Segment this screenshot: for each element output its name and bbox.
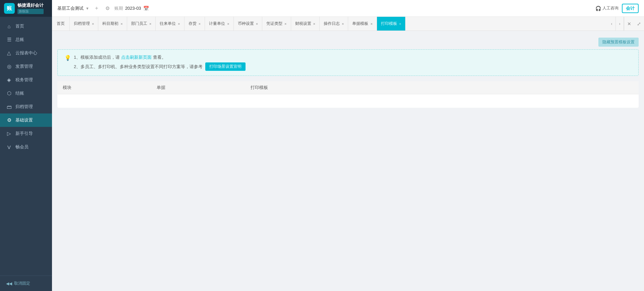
sidebar-item-home[interactable]: ⌂ 首页 [0, 19, 52, 33]
tab-currency-label: 币种设置 [238, 21, 254, 27]
tab-taxsettings-close[interactable]: × [313, 22, 315, 26]
tab-oplog[interactable]: 操作日志 × [320, 17, 348, 31]
tab-close-all[interactable]: ✕ [624, 17, 634, 31]
company-settings-icon[interactable]: ⚙ [104, 5, 111, 11]
tab-printtemplate[interactable]: 打印模板 × [377, 17, 406, 31]
tab-vendor[interactable]: 往来单位 × [156, 17, 184, 31]
tab-unit-label: 计量单位 [209, 21, 225, 27]
sidebar-item-closing[interactable]: ⬡ 结账 [0, 87, 52, 100]
tab-currency-close[interactable]: × [256, 22, 258, 26]
tab-dept-close[interactable]: × [149, 22, 151, 26]
service-button[interactable]: 🎧 人工咨询 [595, 5, 619, 11]
notice-line-1: 1、模板添加成功后，请 点击刷新新页面 查看。 [74, 54, 246, 60]
settings-icon: ⚙ [6, 117, 12, 123]
notice-box: 💡 1、模板添加成功后，请 点击刷新新页面 查看。 2、多员工、多打印机、多种业… [57, 49, 639, 76]
content-area: 隐藏预置模板设置 💡 1、模板添加成功后，请 点击刷新新页面 查看。 2、多员工… [52, 31, 644, 291]
app-name: 畅捷通好会计 [17, 3, 44, 8]
notice-line1-pre: 1、模板添加成功后，请 [74, 54, 120, 60]
sidebar-logo: 账 畅捷通好会计 旗舰版 [0, 0, 52, 17]
tab-taxsettings-label: 财税设置 [295, 21, 311, 27]
sidebar-label-report: 云报表中心 [15, 50, 37, 56]
tab-currency[interactable]: 币种设置 × [234, 17, 262, 31]
col-module-header: 模块 [57, 81, 151, 94]
sidebar-label-home: 首页 [15, 23, 24, 29]
tab-dept-label: 部门员工 [131, 21, 147, 27]
sidebar-item-report[interactable]: △ 云报表中心 [0, 46, 52, 60]
tab-subject-close[interactable]: × [120, 22, 122, 26]
member-icon: V [6, 144, 12, 150]
sidebar-label-member: 畅会员 [15, 144, 29, 150]
hide-template-button[interactable]: 隐藏预置模板设置 [598, 38, 639, 47]
tab-unit-close[interactable]: × [227, 22, 229, 26]
sidebar: 账 畅捷通好会计 旗舰版 ⌂ 首页 ☰ 总账 △ 云报表中心 ◎ 发票管理 ◈ … [0, 0, 52, 291]
service-label: 人工咨询 [602, 5, 619, 11]
tab-archive-close[interactable]: × [92, 22, 94, 26]
tab-home[interactable]: 首页 [52, 17, 70, 31]
print-template-table: 模块 单据 打印模板 [57, 81, 639, 108]
sidebar-item-member[interactable]: V 畅会员 [0, 140, 52, 154]
tab-voucher[interactable]: 凭证类型 × [262, 17, 291, 31]
period-display: 账期 2023-03 📅 [114, 5, 149, 11]
calendar-icon[interactable]: 📅 [143, 6, 149, 11]
tab-subject[interactable]: 科目期初 × [98, 17, 127, 31]
sidebar-item-guide[interactable]: ▷ 新手引导 [0, 127, 52, 140]
unpin-label: 取消固定 [14, 281, 30, 286]
print-scene-button[interactable]: 打印场景设置宣明 [205, 62, 246, 71]
tab-oplog-close[interactable]: × [342, 22, 344, 26]
tab-stock-label: 存货 [189, 21, 197, 27]
tab-printtemplate-label: 打印模板 [381, 21, 397, 27]
invoice-icon: ◎ [6, 63, 12, 69]
tab-doctemplate-close[interactable]: × [370, 22, 372, 26]
logo-text: 畅捷通好会计 旗舰版 [17, 3, 44, 14]
archive-icon: 🗃 [6, 104, 12, 110]
ledger-icon: ☰ [6, 37, 12, 43]
tab-stock[interactable]: 存货 × [184, 17, 205, 31]
period-label: 账期 [114, 5, 123, 11]
tab-scroll-right[interactable]: › [616, 17, 624, 31]
unpin-icon: ◀◀ [6, 281, 12, 286]
guide-icon: ▷ [6, 131, 12, 137]
sidebar-label-ledger: 总账 [15, 37, 24, 43]
sidebar-label-settings: 基础设置 [15, 117, 33, 123]
tab-printtemplate-close[interactable]: × [399, 22, 401, 26]
tab-scroll-left[interactable]: ‹ [608, 17, 616, 31]
tab-taxsettings[interactable]: 财税设置 × [291, 17, 320, 31]
tab-unit[interactable]: 计量单位 × [205, 17, 233, 31]
topbar: 基层工会测试 ▼ ＋ ⚙ 账期 2023-03 📅 🎧 人工咨询 会计 [52, 0, 644, 17]
add-company-icon[interactable]: ＋ [93, 5, 101, 12]
tab-voucher-label: 凭证类型 [266, 21, 282, 27]
tab-dept[interactable]: 部门员工 × [127, 17, 156, 31]
period-value: 2023-03 [125, 6, 141, 11]
tab-doctemplate-label: 单据模板 [352, 21, 368, 27]
tab-vendor-close[interactable]: × [178, 22, 180, 26]
tab-archive-label: 归档管理 [74, 21, 90, 27]
tabbar: 首页 归档管理 × 科目期初 × 部门员工 × 往来单位 × 存货 × 计量单位… [52, 17, 644, 31]
company-dropdown-icon: ▼ [86, 6, 89, 10]
sidebar-item-invoice[interactable]: ◎ 发票管理 [0, 60, 52, 73]
sidebar-item-tax[interactable]: ◈ 税务管理 [0, 73, 52, 87]
sidebar-item-archive[interactable]: 🗃 归档管理 [0, 100, 52, 113]
tab-vendor-label: 往来单位 [160, 21, 176, 27]
headset-icon: 🎧 [595, 6, 601, 11]
tab-expand[interactable]: ⤢ [634, 17, 644, 31]
sidebar-item-settings[interactable]: ⚙ 基础设置 [0, 113, 52, 127]
hide-template-controls: 隐藏预置模板设置 [57, 38, 639, 47]
notice-content: 💡 1、模板添加成功后，请 点击刷新新页面 查看。 2、多员工、多打印机、多种业… [64, 54, 632, 71]
tab-doctemplate[interactable]: 单据模板 × [348, 17, 377, 31]
tab-home-label: 首页 [57, 21, 65, 27]
notice-refresh-link[interactable]: 点击刷新新页面 [121, 54, 152, 60]
app-edition: 旗舰版 [17, 9, 44, 14]
sidebar-label-tax: 税务管理 [15, 77, 33, 83]
table-body [57, 94, 639, 108]
closing-icon: ⬡ [6, 90, 12, 96]
notice-bulb-icon: 💡 [64, 55, 71, 61]
tab-voucher-close[interactable]: × [284, 22, 286, 26]
sidebar-item-ledger[interactable]: ☰ 总账 [0, 33, 52, 46]
notice-line-2: 2、多员工、多打印机、多种业务类型设置不同打印方案等，请参考 打印场景设置宣明 [74, 62, 246, 71]
sidebar-label-invoice: 发票管理 [15, 63, 33, 69]
tab-stock-close[interactable]: × [199, 22, 201, 26]
company-selector[interactable]: 基层工会测试 ▼ [57, 5, 89, 11]
kuaiji-button[interactable]: 会计 [622, 4, 639, 13]
sidebar-unpin[interactable]: ◀◀ 取消固定 [0, 276, 52, 291]
tab-archive[interactable]: 归档管理 × [70, 17, 98, 31]
